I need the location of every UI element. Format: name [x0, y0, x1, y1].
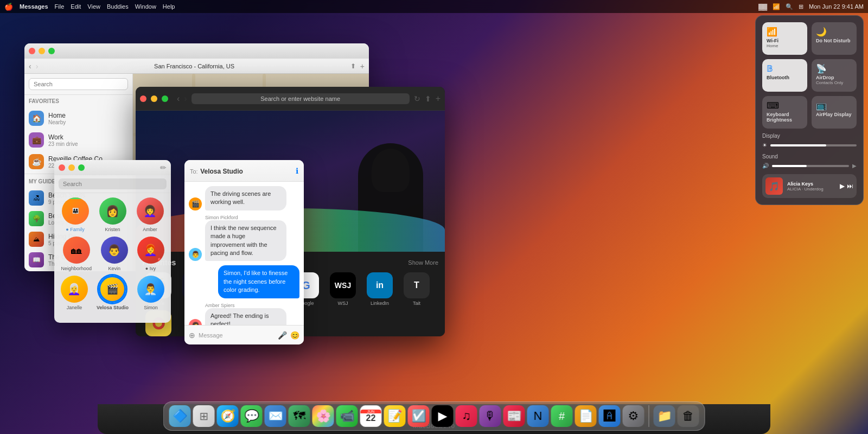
cc-airplay-label: AirPlay Display — [816, 112, 852, 117]
dock-facetime[interactable]: 📹 — [336, 405, 358, 427]
contact-kevin[interactable]: 👨 Kevin — [101, 237, 128, 271]
cc-wifi-tile[interactable]: 📶 Wi-Fi Home — [762, 22, 807, 55]
contact-velosa-studio[interactable]: 🎬 Velosa Studio — [97, 276, 129, 310]
wifi-icon[interactable]: 📶 — [773, 3, 780, 10]
dock-system-preferences[interactable]: ⚙ — [623, 405, 644, 427]
msg-maximize-button[interactable] — [78, 164, 85, 171]
safari-forward-icon[interactable]: › — [184, 94, 187, 104]
message-input[interactable]: Message — [199, 332, 275, 339]
home-location-icon: 🏠 — [29, 111, 44, 126]
play-button[interactable]: ▶ — [840, 182, 845, 190]
dock-photos[interactable]: 🌸 — [312, 405, 334, 427]
maximize-button[interactable] — [48, 48, 55, 54]
dock-news[interactable]: 📰 — [503, 405, 525, 427]
ivy-label: ● Ivy — [145, 266, 156, 271]
dock-launchpad[interactable]: ⊞ — [193, 405, 215, 427]
sound-volume-slider[interactable] — [772, 165, 849, 167]
maps-toolbar: ‹ › San Francisco - California, US ⬆ + — [24, 59, 369, 74]
menu-edit[interactable]: Edit — [71, 3, 81, 10]
maps-search-input[interactable] — [29, 78, 128, 90]
cc-keyboard-label: Keyboard Brightness — [767, 112, 803, 123]
cc-keyboard-tile[interactable]: ⌨ Keyboard Brightness — [762, 96, 807, 129]
contact-neighborhood[interactable]: 🏘 Neighborhood — [61, 237, 92, 271]
dock-safari[interactable]: 🧭 — [217, 405, 239, 427]
menu-window[interactable]: Window — [135, 3, 156, 10]
control-center-icon[interactable]: ⊞ — [799, 3, 803, 10]
moon-icon: 🌙 — [816, 27, 852, 37]
maps-work-item[interactable]: 💼 Work 23 min drive — [24, 129, 132, 151]
contact-ivy[interactable]: 👩‍🦰 ❤️ ● Ivy — [137, 237, 164, 271]
apple-logo-icon[interactable]: 🍎 — [4, 3, 13, 11]
dock-finder[interactable]: 🔷 — [169, 405, 191, 427]
cc-bluetooth-tile[interactable]: 𝔹 Bluetooth — [762, 59, 807, 92]
menu-file[interactable]: File — [55, 3, 65, 10]
active-app-name[interactable]: Messages — [20, 3, 48, 10]
dock-numbers[interactable]: # — [551, 405, 573, 427]
contact-amber[interactable]: 👩‍🦱 Amber — [137, 197, 164, 232]
dock-files[interactable]: 📁 — [654, 405, 675, 427]
contact-janelle[interactable]: 👩‍🦳 Janelle — [61, 276, 88, 310]
dock-appstore[interactable]: 🅰 — [599, 405, 621, 427]
display-brightness-slider[interactable] — [770, 144, 857, 146]
search-icon[interactable]: 🔍 — [786, 3, 793, 10]
dock-reminders[interactable]: ☑️ — [408, 405, 430, 427]
compose-icon[interactable]: ✏ — [160, 163, 167, 172]
battery-icon: ▓▓ — [758, 3, 767, 10]
dock-notes[interactable]: 📝 — [384, 405, 406, 427]
kevin-label: Kevin — [108, 266, 121, 271]
contact-simon[interactable]: 👨‍💼 Simon — [137, 276, 164, 310]
dock-calendar[interactable]: JUN 22 — [360, 405, 382, 427]
safari-maximize-button[interactable] — [162, 95, 168, 102]
fav-tait[interactable]: T Tait — [400, 272, 433, 306]
safari-reload-icon[interactable]: ↻ — [414, 94, 420, 103]
safari-tab-add-icon[interactable]: + — [436, 94, 441, 104]
skip-button[interactable]: ⏭ — [847, 182, 853, 190]
menubar-left: 🍎 Messages File Edit View Buddies Window… — [4, 3, 175, 11]
maps-add-icon[interactable]: + — [360, 62, 365, 71]
messages-search-input[interactable] — [59, 178, 167, 189]
cc-display-slider-row: ☀ — [762, 142, 857, 148]
dock-trash[interactable]: 🗑 — [678, 405, 699, 427]
fav-linkedin[interactable]: in LinkedIn — [363, 272, 396, 306]
airplay-audio-icon[interactable]: ▶ — [852, 163, 857, 169]
msg-close-button[interactable] — [59, 164, 65, 171]
safari-close-button[interactable] — [140, 95, 146, 102]
dock-messages[interactable]: 💬 — [241, 405, 263, 427]
dock-maps[interactable]: 🗺 — [289, 405, 310, 427]
safari-back-icon[interactable]: ‹ — [177, 94, 180, 104]
dock-pages[interactable]: 📄 — [575, 405, 597, 427]
maps-home-name: Home — [48, 112, 128, 119]
maps-back-icon[interactable]: ‹ — [29, 62, 31, 71]
menu-buddies[interactable]: Buddies — [107, 3, 129, 10]
neighborhood-label: Neighborhood — [61, 266, 92, 271]
cc-airplay-tile[interactable]: 📺 AirPlay Display — [812, 96, 857, 129]
conv-info-button[interactable]: ℹ — [296, 167, 298, 175]
safari-minimize-button[interactable] — [151, 95, 157, 102]
dock-mail[interactable]: ✉️ — [265, 405, 286, 427]
favorites-show-more[interactable]: Show More — [408, 259, 438, 266]
maps-home-item[interactable]: 🏠 Home Nearby — [24, 107, 132, 129]
audio-icon[interactable]: 🎤 — [278, 331, 287, 340]
dock-notchmeister[interactable]: N — [527, 405, 549, 427]
menu-help[interactable]: Help — [163, 3, 175, 10]
brightness-icon: ☀ — [762, 142, 767, 148]
emoji-icon[interactable]: 😊 — [290, 331, 299, 340]
family-label: ● Family — [66, 227, 84, 232]
menu-view[interactable]: View — [87, 3, 100, 10]
contact-family[interactable]: 👨‍👩‍👧 Home! ● Family — [62, 197, 89, 232]
safari-share-icon[interactable]: ⬆ — [425, 94, 431, 103]
dock-appletv[interactable]: ▶ — [432, 405, 454, 427]
maps-share-icon[interactable]: ⬆ — [350, 62, 356, 70]
close-button[interactable] — [29, 48, 35, 54]
minimize-button[interactable] — [39, 48, 45, 54]
msg-minimize-button[interactable] — [68, 164, 75, 171]
apps-icon[interactable]: ⊕ — [189, 331, 195, 340]
dock-podcasts[interactable]: 🎙 — [480, 405, 501, 427]
cc-dnd-tile[interactable]: 🌙 Do Not Disturb — [812, 22, 857, 55]
cc-airdrop-tile[interactable]: 📡 AirDrop Contacts Only — [812, 59, 857, 92]
contact-kristen[interactable]: 👩 Kristen — [99, 197, 126, 232]
dock-music[interactable]: ♫ — [456, 405, 477, 427]
fav-wsj[interactable]: WSJ WSJ — [327, 272, 359, 306]
maps-forward-icon[interactable]: › — [36, 62, 39, 71]
safari-url-bar[interactable]: Search or enter website name — [192, 93, 410, 104]
